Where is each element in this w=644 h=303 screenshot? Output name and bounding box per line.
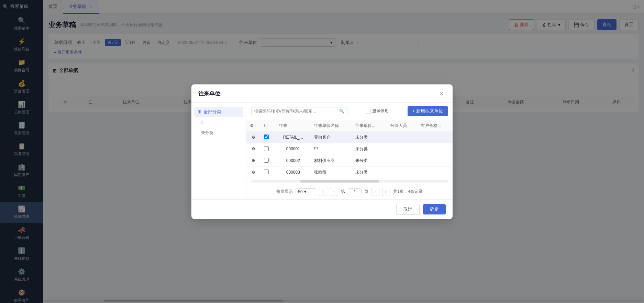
table-row[interactable]: ⚙ 000003 张晴得 未分类 [246, 166, 453, 178]
page-word: 页 [364, 189, 368, 195]
main-area: 首页 业务草稿 × ─ □ × 业务草稿 草稿转为正式单据时，不会执行满赠促销优… [43, 0, 644, 303]
page-next-btn[interactable]: ＞ [371, 188, 379, 196]
sidebar-toggle-icon[interactable]: 《 [196, 118, 206, 127]
col-mgr-header: 分管人员 [387, 120, 418, 132]
row-checkbox[interactable] [260, 155, 276, 166]
page-total: 共1页，4条记录 [393, 189, 422, 195]
dialog-title: 往来单位 [198, 90, 220, 97]
row-gear[interactable]: ⚙ [246, 143, 260, 155]
scroll-track[interactable] [251, 180, 448, 183]
row-manager [387, 166, 418, 178]
col-code-header: 往来... [276, 120, 311, 132]
grid-small-icon: ⊞ [198, 109, 201, 114]
cancel-button[interactable]: 取消 [396, 204, 420, 215]
row-num: 000001 [276, 143, 311, 155]
dialog-header: 往来单位 × [191, 84, 453, 103]
row-category: 未分类 [352, 166, 387, 178]
confirm-button[interactable]: 确定 [423, 204, 446, 214]
dialog-close-icon[interactable]: × [437, 90, 446, 98]
row-category: 未分类 [352, 143, 387, 155]
row-num: RETAIL_... [276, 131, 311, 143]
page-first-btn[interactable]: ⟨⟨ [319, 188, 327, 196]
table-row[interactable]: ⚙ 000001 甲 未分类 [246, 143, 453, 155]
row-category: 未分类 [352, 155, 387, 166]
scroll-thumb [300, 180, 379, 183]
row-name: 材料供应商 [311, 155, 352, 166]
add-partner-button[interactable]: + 新增往来单位 [408, 106, 448, 116]
dialog-table-scroll[interactable]: ⚙ ☐ 往来... 往来单位名称 往来单位... 分管人员 客户价格... [246, 120, 453, 184]
row-price [418, 131, 453, 143]
dialog: 往来单位 × ⊞ 全部分类 《 [191, 84, 453, 219]
search-icon: 🔍 [339, 109, 344, 114]
page-size-dropdown-icon: ▾ [304, 189, 306, 194]
row-price [418, 166, 453, 178]
dialog-sidebar-all[interactable]: ⊞ 全部分类 [194, 107, 243, 117]
row-manager [387, 143, 418, 155]
page-size-label: 每页显示 [276, 189, 293, 195]
dialog-search-input[interactable] [254, 109, 337, 114]
row-gear[interactable]: ⚙ [246, 155, 260, 166]
dialog-sidebar-unclassified[interactable]: 未分类 [194, 128, 243, 138]
row-checkbox[interactable] [260, 143, 276, 155]
row-gear[interactable]: ⚙ [246, 131, 260, 143]
col-name-header: 往来单位名称 [311, 120, 352, 132]
row-name: 张晴得 [311, 166, 352, 178]
table-row[interactable]: ⚙ RETAIL_... 零散客户 未分类 [246, 131, 453, 143]
dialog-toolbar: 🔍 显示停用 + 新增往来单位 [246, 103, 453, 120]
row-name: 零散客户 [311, 131, 352, 143]
show-inactive-toggle[interactable]: 显示停用 [366, 108, 389, 114]
page-size-select[interactable]: 50 ▾ [296, 188, 316, 195]
dialog-sidebar: ⊞ 全部分类 《 未分类 [191, 103, 246, 199]
dialog-main: 🔍 显示停用 + 新增往来单位 [246, 103, 453, 199]
row-checkbox[interactable] [260, 166, 276, 178]
show-inactive-checkbox[interactable] [366, 109, 371, 114]
page-prev-btn[interactable]: ＜ [330, 188, 338, 196]
row-manager [387, 131, 418, 143]
row-price [418, 155, 453, 166]
page-input[interactable] [348, 188, 362, 195]
row-num: 000003 [276, 166, 311, 178]
col-cat-header: 往来单位... [352, 120, 387, 132]
page-content: 业务草稿 草稿转为正式单据时，不会执行满赠促销优惠 🗑 删除 🖨 打印 ▾ 💾 [43, 14, 644, 298]
row-manager [387, 155, 418, 166]
row-gear[interactable]: ⚙ [246, 166, 260, 178]
row-category: 未分类 [352, 131, 387, 143]
page-label: 第 [341, 189, 345, 195]
col-gear-header: ⚙ [246, 120, 260, 132]
dialog-footer: 取消 确定 [191, 199, 453, 219]
dialog-body: ⊞ 全部分类 《 未分类 [191, 103, 453, 199]
row-checkbox[interactable] [260, 131, 276, 143]
col-price-header: 客户价格... [418, 120, 453, 132]
pagination: 每页显示 50 ▾ ⟨⟨ ＜ 第 页 ＞ [246, 184, 453, 199]
dialog-table: ⚙ ☐ 往来... 往来单位名称 往来单位... 分管人员 客户价格... [246, 120, 453, 178]
col-check-header: ☐ [260, 120, 276, 132]
table-row[interactable]: ⚙ 000002 材料供应商 未分类 [246, 155, 453, 166]
row-price [418, 143, 453, 155]
dialog-search-box[interactable]: 🔍 [251, 107, 347, 115]
overlay: 往来单位 × ⊞ 全部分类 《 [43, 14, 644, 298]
page-last-btn[interactable]: ⟩⟩ [382, 188, 390, 196]
row-name: 甲 [311, 143, 352, 155]
row-num: 000002 [276, 155, 311, 166]
